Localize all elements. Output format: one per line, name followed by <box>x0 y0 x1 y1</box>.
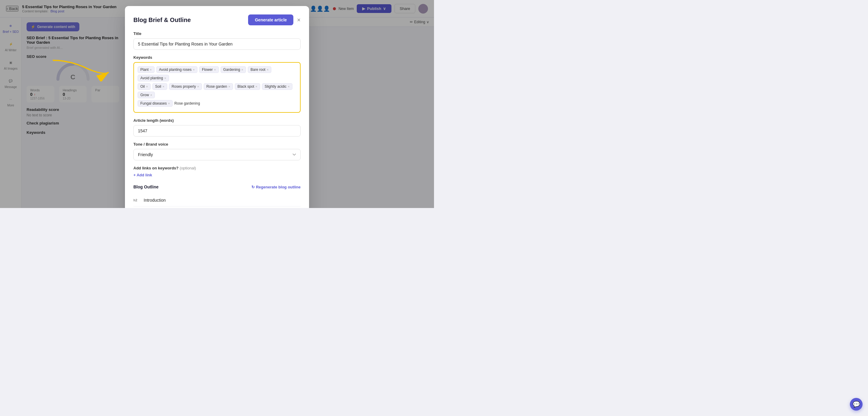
remove-keyword-soil[interactable]: × <box>162 85 164 88</box>
remove-keyword-grow[interactable]: × <box>150 93 152 97</box>
modal-title: Blog Brief & Outline <box>133 16 191 24</box>
keyword-tag-avoid-planting-roses[interactable]: Avoid planting roses × <box>156 66 197 73</box>
add-links-optional: (optional) <box>180 166 196 170</box>
title-field-label: Title <box>133 31 301 36</box>
keywords-row-1: Plant × Avoid planting roses × Flower × … <box>137 66 297 81</box>
keyword-tag-gardening[interactable]: Gardening × <box>221 66 246 73</box>
remove-keyword-plant[interactable]: × <box>150 68 152 71</box>
tone-label: Tone / Brand voice <box>133 142 301 146</box>
remove-keyword-avoid-planting[interactable]: × <box>164 76 166 80</box>
keywords-row-2: Oil × Soil × Roses properly × Rose garde… <box>137 83 297 98</box>
article-length-label: Article length (words) <box>133 118 301 123</box>
keyword-input[interactable] <box>204 100 255 107</box>
outline-item-when-to-plant[interactable]: h2 When to Plant Roses ∧ <box>133 207 301 208</box>
keyword-tag-flower[interactable]: Flower × <box>199 66 218 73</box>
keyword-tag-rose-gardening[interactable]: Rose gardening <box>175 100 203 107</box>
keyword-tag-rose-garden[interactable]: Rose garden × <box>204 83 233 90</box>
refresh-icon: ↻ <box>251 185 255 189</box>
remove-keyword-flower[interactable]: × <box>214 68 216 71</box>
blog-outline-label: Blog Outline <box>133 184 158 189</box>
keyword-tag-black-spot[interactable]: Black spot × <box>235 83 260 90</box>
keyword-tag-bare-root[interactable]: Bare root × <box>248 66 271 73</box>
modal-overlay: Blog Brief & Outline Generate article × … <box>0 0 434 208</box>
modal-header: Blog Brief & Outline Generate article × <box>133 14 301 25</box>
regenerate-outline-button[interactable]: ↻ Regenerate blog outline <box>251 185 301 189</box>
blog-brief-modal: Blog Brief & Outline Generate article × … <box>125 6 309 208</box>
keyword-tag-plant[interactable]: Plant × <box>137 66 155 73</box>
article-length-input[interactable] <box>133 125 301 137</box>
remove-keyword-roses-properly[interactable]: × <box>197 85 199 88</box>
keyword-tag-oil[interactable]: Oil × <box>137 83 151 90</box>
outline-header: Blog Outline ↻ Regenerate blog outline <box>133 184 301 189</box>
remove-keyword-slightly-acidic[interactable]: × <box>288 85 289 88</box>
add-links-text: Add links on keywords? <box>133 166 179 170</box>
generate-article-button[interactable]: Generate article <box>248 14 293 25</box>
keyword-tag-avoid-planting[interactable]: Avoid planting × <box>137 75 169 81</box>
add-links-label: Add links on keywords? (optional) <box>133 166 301 170</box>
title-input[interactable] <box>133 38 301 50</box>
remove-keyword-oil[interactable]: × <box>146 85 148 88</box>
remove-keyword-bare-root[interactable]: × <box>267 68 268 71</box>
keywords-row-3: Fungal diseases × Rose gardening <box>137 100 297 107</box>
keyword-tag-roses-properly[interactable]: Roses properly × <box>169 83 202 90</box>
keywords-box[interactable]: Plant × Avoid planting roses × Flower × … <box>133 62 301 113</box>
remove-keyword-rose-garden[interactable]: × <box>228 85 230 88</box>
remove-keyword-black-spot[interactable]: × <box>255 85 257 88</box>
keywords-field-label: Keywords <box>133 55 301 60</box>
outline-tag-h2-1: h2 <box>133 198 140 202</box>
keyword-tag-soil[interactable]: Soil × <box>152 83 167 90</box>
keyword-tag-grow[interactable]: Grow × <box>137 92 155 98</box>
modal-close-button[interactable]: × <box>297 17 301 23</box>
remove-keyword-avoid-planting-roses[interactable]: × <box>193 68 195 71</box>
keyword-tag-fungal-diseases[interactable]: Fungal diseases × <box>137 100 173 107</box>
remove-keyword-fungal-diseases[interactable]: × <box>168 102 169 105</box>
regen-outline-label: Regenerate blog outline <box>256 185 301 189</box>
arrow-annotation <box>47 57 113 81</box>
remove-keyword-gardening[interactable]: × <box>242 68 243 71</box>
add-link-button[interactable]: + Add link <box>133 173 152 177</box>
keyword-tag-slightly-acidic[interactable]: Slightly acidic × <box>262 83 292 90</box>
tone-select[interactable]: Friendly Professional Casual Formal <box>133 149 301 160</box>
outline-introduction-text: Introduction <box>144 198 166 203</box>
outline-item-introduction: h2 Introduction <box>133 194 301 207</box>
